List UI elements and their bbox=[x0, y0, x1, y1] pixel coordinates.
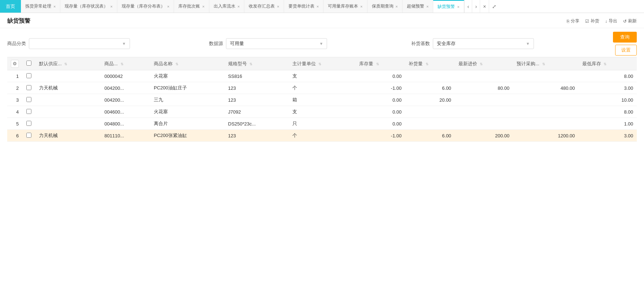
row-supplement-1 bbox=[405, 70, 454, 82]
row-checkbox-5[interactable] bbox=[26, 121, 31, 126]
sort-goods-code-icon[interactable]: ⇅ bbox=[121, 62, 123, 66]
sort-supplier-icon[interactable]: ⇅ bbox=[64, 62, 67, 66]
filters-area: 商品分类 ▼ 数据源 可用量 ▼ 补货基数 安全库存 ▼ 查询 设置 bbox=[0, 28, 644, 57]
col-header-supplement: 补货量 ⇅ bbox=[405, 57, 454, 70]
tab-overstock-close[interactable]: × bbox=[426, 4, 428, 9]
col-header-min-stock: 最低库存 ⇅ bbox=[579, 57, 637, 70]
select-all-checkbox[interactable] bbox=[26, 61, 31, 66]
col-header-unit: 主计量单位 ⇅ bbox=[289, 57, 356, 70]
tab-shortage-label: 缺货预警 bbox=[438, 4, 455, 10]
row-checkbox-6[interactable] bbox=[26, 133, 31, 138]
query-button[interactable]: 查询 bbox=[613, 32, 637, 43]
sort-latest-price-icon[interactable]: ⇅ bbox=[480, 62, 483, 66]
row-num-6: 6 bbox=[7, 130, 22, 142]
tab-receipt-summary[interactable]: 收发存汇总表 × bbox=[244, 0, 284, 13]
tab-available-ledger-close[interactable]: × bbox=[360, 4, 362, 9]
datasource-filter-label: 数据源 bbox=[209, 40, 223, 47]
row-checkbox-2[interactable] bbox=[26, 85, 31, 90]
tab-inventory-dist-close[interactable]: × bbox=[167, 4, 169, 9]
tab-maximize-icon: ⤢ bbox=[492, 4, 496, 9]
row-goods-code-1: 0000042 bbox=[101, 70, 150, 82]
row-min-stock-1: 8.00 bbox=[579, 70, 637, 82]
row-num-5: 5 bbox=[7, 118, 22, 130]
sort-est-purchase-icon[interactable]: ⇅ bbox=[542, 62, 545, 66]
sort-goods-name-icon[interactable]: ⇅ bbox=[175, 62, 178, 66]
sort-supplement-icon[interactable]: ⇅ bbox=[426, 62, 428, 66]
table-row: 5 004800... 离合片 DS250*23c... 只 0.00 1.00 bbox=[7, 118, 637, 130]
row-min-stock-6: 3.00 bbox=[579, 130, 637, 142]
row-latest-price-5 bbox=[455, 118, 513, 130]
tab-batch-account-close[interactable]: × bbox=[202, 4, 204, 9]
row-min-stock-5: 1.00 bbox=[579, 118, 637, 130]
share-icon: ⎘ bbox=[567, 19, 569, 24]
row-check-5 bbox=[22, 118, 35, 130]
column-settings-button[interactable]: ⚙ bbox=[11, 60, 19, 68]
sort-stock-icon[interactable]: ⇅ bbox=[376, 62, 379, 66]
row-stock-2: -1.00 bbox=[356, 82, 405, 94]
col-header-spec: 规格型号 ⇅ bbox=[225, 57, 289, 70]
tab-inventory-status-label: 现存量（库存状况表） bbox=[65, 3, 108, 9]
tab-available-ledger[interactable]: 可用量库存账本 × bbox=[323, 0, 367, 13]
tab-shortage-close[interactable]: × bbox=[457, 5, 459, 9]
tab-inventory-dist[interactable]: 现存量（库存分布表） × bbox=[117, 0, 174, 13]
share-action[interactable]: ⎘ 分享 bbox=[567, 18, 579, 24]
row-goods-code-6: 801110... bbox=[101, 130, 150, 142]
tab-overstock[interactable]: 超储预警 × bbox=[402, 0, 433, 13]
table-row: 3 004200... 三九 123 箱 0.00 20.00 10.00 bbox=[7, 94, 637, 106]
row-goods-name-3: 三九 bbox=[150, 94, 225, 106]
tab-expiry[interactable]: 保质期查询 × bbox=[367, 0, 402, 13]
row-est-purchase-5 bbox=[513, 118, 578, 130]
tab-exception[interactable]: 拣货异常处理 × bbox=[21, 0, 60, 13]
row-stock-6: -1.00 bbox=[356, 130, 405, 142]
settings-button[interactable]: 设置 bbox=[615, 45, 637, 56]
category-filter-select[interactable]: ▼ bbox=[29, 38, 130, 49]
row-supplement-4 bbox=[405, 106, 454, 118]
row-unit-4: 支 bbox=[289, 106, 356, 118]
filter-supplement-base-group: 补货基数 安全库存 ▼ bbox=[411, 38, 609, 49]
tab-order-stats-close[interactable]: × bbox=[317, 4, 319, 9]
row-goods-code-3: 004200... bbox=[101, 94, 150, 106]
row-latest-price-4 bbox=[455, 106, 513, 118]
tab-order-stats[interactable]: 要货单统计表 × bbox=[284, 0, 323, 13]
tab-inout-flow-label: 出入库流水 bbox=[214, 3, 235, 9]
datasource-filter-select[interactable]: 可用量 ▼ bbox=[226, 38, 327, 49]
row-goods-name-6: PC200张紧油缸 bbox=[150, 130, 225, 142]
tab-next-button[interactable]: › bbox=[472, 0, 480, 13]
tab-close-all-button[interactable]: × bbox=[480, 0, 489, 13]
tab-bar: 首页 拣货异常处理 × 现存量（库存状况表） × 现存量（库存分布表） × 库存… bbox=[0, 0, 644, 13]
tab-inout-flow[interactable]: 出入库流水 × bbox=[209, 0, 244, 13]
tab-maximize-button[interactable]: ⤢ bbox=[489, 0, 499, 13]
tab-inout-flow-close[interactable]: × bbox=[238, 4, 240, 9]
refresh-action[interactable]: ↺ 刷新 bbox=[623, 18, 637, 24]
tab-expiry-close[interactable]: × bbox=[396, 4, 398, 9]
sort-min-stock-icon[interactable]: ⇅ bbox=[604, 62, 606, 66]
row-checkbox-1[interactable] bbox=[26, 73, 31, 78]
row-min-stock-3: 10.00 bbox=[579, 94, 637, 106]
row-checkbox-4[interactable] bbox=[26, 109, 31, 114]
row-est-purchase-4 bbox=[513, 106, 578, 118]
supplement-action[interactable]: ☑ 补货 bbox=[585, 18, 599, 24]
share-label: 分享 bbox=[571, 18, 579, 24]
row-stock-3: 0.00 bbox=[356, 94, 405, 106]
page-header: 缺货预警 ⎘ 分享 ☑ 补货 ↓ 导出 ↺ 刷新 bbox=[0, 13, 644, 28]
tab-exception-close[interactable]: × bbox=[53, 4, 56, 9]
tab-prev-icon: ‹ bbox=[467, 4, 469, 9]
tab-shortage[interactable]: 缺货预警 × bbox=[433, 0, 464, 13]
supplement-base-select[interactable]: 安全库存 ▼ bbox=[433, 38, 534, 49]
tab-batch-account[interactable]: 库存批次账 × bbox=[174, 0, 209, 13]
tab-inventory-status-close[interactable]: × bbox=[110, 4, 112, 9]
row-checkbox-3[interactable] bbox=[26, 97, 31, 102]
export-action[interactable]: ↓ 导出 bbox=[605, 18, 617, 24]
supplement-label: 补货 bbox=[591, 18, 599, 24]
row-latest-price-6: 200.00 bbox=[455, 130, 513, 142]
tab-available-ledger-label: 可用量库存账本 bbox=[328, 3, 358, 9]
export-label: 导出 bbox=[609, 18, 617, 24]
tab-home[interactable]: 首页 bbox=[0, 0, 21, 13]
sort-unit-icon[interactable]: ⇅ bbox=[318, 62, 321, 66]
row-num-4: 4 bbox=[7, 106, 22, 118]
row-supplement-6: 6.00 bbox=[405, 130, 454, 142]
tab-receipt-summary-close[interactable]: × bbox=[277, 4, 279, 9]
sort-spec-icon[interactable]: ⇅ bbox=[249, 62, 252, 66]
tab-prev-button[interactable]: ‹ bbox=[464, 0, 472, 13]
tab-inventory-status[interactable]: 现存量（库存状况表） × bbox=[60, 0, 117, 13]
